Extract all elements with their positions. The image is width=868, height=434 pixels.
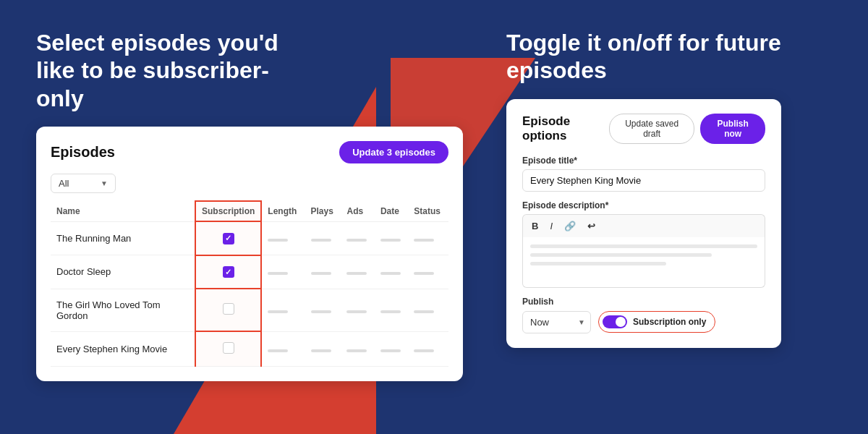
col-header-date: Date	[375, 201, 408, 221]
update-episodes-button[interactable]: Update 3 episodes	[339, 141, 448, 163]
plays-cell	[305, 289, 341, 331]
left-heading: Select episodes you'd like to be subscri…	[36, 29, 311, 112]
episode-options-card: Episode options Update saved draft Publi…	[506, 99, 781, 348]
dash-placeholder	[311, 272, 331, 275]
subscription-cell[interactable]	[195, 255, 261, 289]
toggle-label: Subscription only	[633, 317, 706, 327]
ads-cell	[341, 221, 374, 255]
checkbox-checked[interactable]	[223, 233, 234, 244]
dash-placeholder	[346, 310, 367, 313]
publish-row: Now Schedule ▼ Subscription only	[522, 311, 765, 333]
episode-options-header: Episode options Update saved draft Publi…	[522, 114, 765, 144]
dash-placeholder	[268, 310, 288, 313]
subscription-only-toggle-wrapper[interactable]: Subscription only	[598, 311, 715, 333]
italic-button[interactable]: I	[547, 219, 556, 233]
status-cell	[408, 289, 448, 331]
date-cell	[375, 255, 408, 289]
dash-placeholder	[414, 272, 434, 275]
bold-button[interactable]: B	[529, 219, 541, 233]
dash-placeholder	[346, 272, 367, 275]
episode-title-label: Episode title*	[522, 156, 765, 166]
plays-cell	[305, 255, 341, 289]
publish-now-button[interactable]: Publish now	[700, 114, 765, 144]
episodes-title: Episodes	[51, 144, 115, 161]
episode-description-label: Episode description*	[522, 200, 765, 210]
episodes-card-header: Episodes Update 3 episodes	[51, 141, 448, 163]
dash-placeholder	[268, 349, 288, 352]
table-row: The Girl Who Loved Tom Gordon	[51, 289, 448, 331]
date-cell	[375, 289, 408, 331]
dash-placeholder	[380, 272, 401, 275]
ads-cell	[341, 255, 374, 289]
table-row: Doctor Sleep	[51, 255, 448, 289]
table-row: Every Stephen King Movie	[51, 331, 448, 367]
status-cell	[408, 331, 448, 367]
subscription-cell[interactable]	[195, 289, 261, 331]
length-cell	[261, 331, 305, 367]
dash-placeholder	[268, 239, 288, 242]
length-cell	[261, 289, 305, 331]
checkbox-unchecked[interactable]	[223, 342, 234, 354]
col-header-status: Status	[408, 201, 448, 221]
episodes-card: Episodes Update 3 episodes All ▼ Name Su…	[36, 127, 463, 381]
description-area[interactable]	[522, 237, 765, 288]
dash-placeholder	[380, 239, 401, 242]
main-layout: Select episodes you'd like to be subscri…	[0, 0, 868, 434]
ads-cell	[341, 331, 374, 367]
toggle-switch[interactable]	[603, 315, 627, 328]
desc-placeholder-line	[530, 244, 757, 248]
update-saved-draft-button[interactable]: Update saved draft	[609, 114, 694, 144]
episode-title-input[interactable]	[522, 169, 765, 192]
col-header-plays: Plays	[305, 201, 341, 221]
status-cell	[408, 255, 448, 289]
filter-dropdown[interactable]: All ▼	[51, 174, 116, 193]
dash-placeholder	[380, 349, 401, 352]
dash-placeholder	[311, 239, 331, 242]
col-header-name: Name	[51, 201, 195, 221]
desc-placeholder-line	[530, 262, 666, 265]
episode-options-title: Episode options	[522, 114, 609, 143]
col-header-ads: Ads	[341, 201, 374, 221]
checkbox-checked[interactable]	[223, 266, 234, 278]
dash-placeholder	[346, 239, 367, 242]
subscription-cell[interactable]	[195, 221, 261, 255]
right-heading: Toggle it on/off for future episodes	[506, 29, 781, 85]
length-cell	[261, 221, 305, 255]
episode-name: Doctor Sleep	[51, 255, 195, 289]
episode-name: The Running Man	[51, 221, 195, 255]
publish-select-wrapper: Now Schedule ▼	[522, 311, 591, 333]
dash-placeholder	[311, 310, 331, 313]
col-header-length: Length	[261, 201, 305, 221]
desc-placeholder-line	[530, 253, 712, 257]
episode-name: Every Stephen King Movie	[51, 331, 195, 367]
dash-placeholder	[311, 349, 331, 352]
dash-placeholder	[346, 349, 367, 352]
date-cell	[375, 331, 408, 367]
col-header-subscription: Subscription	[195, 201, 261, 221]
filter-label: All	[59, 178, 69, 189]
episode-name: The Girl Who Loved Tom Gordon	[51, 289, 195, 331]
publish-select[interactable]: Now Schedule	[522, 311, 591, 333]
dash-placeholder	[414, 349, 434, 352]
header-actions: Update saved draft Publish now	[609, 114, 765, 144]
dash-placeholder	[380, 310, 401, 313]
dash-placeholder	[268, 272, 288, 275]
length-cell	[261, 255, 305, 289]
subscription-cell[interactable]	[195, 331, 261, 367]
undo-button[interactable]: ↩	[584, 219, 598, 233]
right-panel: Toggle it on/off for future episodes Epi…	[485, 0, 868, 434]
link-button[interactable]: 🔗	[561, 219, 579, 233]
dash-placeholder	[414, 239, 434, 242]
status-cell	[408, 221, 448, 255]
plays-cell	[305, 331, 341, 367]
toggle-knob	[616, 317, 626, 327]
table-row: The Running Man	[51, 221, 448, 255]
left-panel: Select episodes you'd like to be subscri…	[0, 0, 485, 434]
description-toolbar: B I 🔗 ↩	[522, 214, 765, 237]
date-cell	[375, 221, 408, 255]
ads-cell	[341, 289, 374, 331]
dash-placeholder	[414, 310, 434, 313]
publish-label: Publish	[522, 297, 765, 307]
chevron-down-icon: ▼	[101, 179, 108, 187]
checkbox-unchecked[interactable]	[223, 303, 234, 315]
